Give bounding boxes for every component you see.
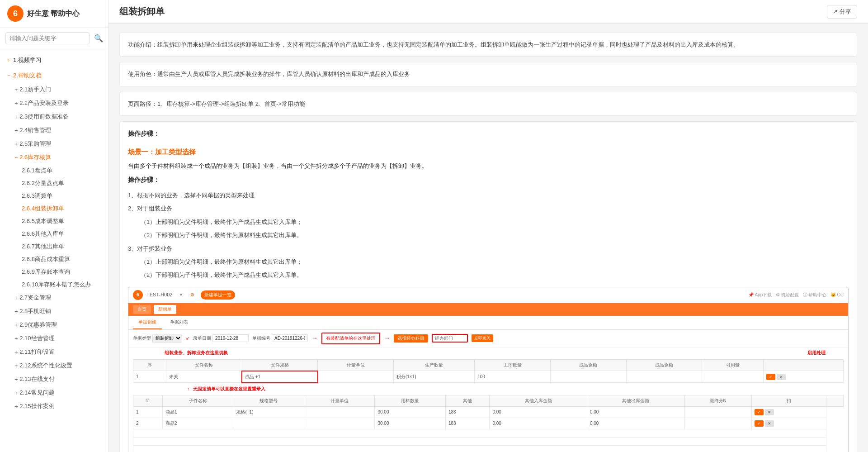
mock-table1-col3: 父件规格 <box>242 359 318 371</box>
mock-header-id: TEST-H002 <box>146 290 172 300</box>
table-row <box>133 429 844 437</box>
mock-row-btn[interactable]: ✓ <box>766 374 775 380</box>
nav-item-2-6-10[interactable]: 2.6.10库存账本错了怎么办 <box>0 278 108 291</box>
mock-table2-container: ☑ 子件名称 规格型号 计量单位 用料数量 其他 其他入库金额 其他出库金额 最… <box>128 394 848 452</box>
nav-item-2-14[interactable]: + 2.14常见问题 <box>0 386 108 400</box>
mock-nav-home[interactable]: 自页 <box>133 305 151 314</box>
mock-table1: 序 父件名称 父件规格 计量单位 生产数量 工序数量 成品金额 成品金额 可用量 <box>133 359 844 383</box>
nav-item-2-6-5[interactable]: 2.6.5成本调整单 <box>0 215 108 228</box>
ops-block: 操作步骤： 场景一：加工类型选择 当由多个子件材料组装成一个成品的业务为【组装】… <box>119 121 857 452</box>
mock-logo-icon: 6 <box>133 290 143 300</box>
nav-item-2-10[interactable]: + 2.10经营管理 <box>0 332 108 345</box>
search-input[interactable] <box>5 32 90 44</box>
mock-tab-row: 单据创建 单据列表 <box>128 316 848 330</box>
mock-table1-col8: 成品金额 <box>626 359 702 371</box>
step2-1: （1）上部明细为父件明细，最终作为产成品生成其它入库单； <box>128 217 849 227</box>
mock-save-btn[interactable]: 立即发关 <box>472 334 493 342</box>
nav-item-2-3[interactable]: + 2.3使用前数据准备 <box>0 110 108 124</box>
nav-item-2-12[interactable]: + 2.12系统个性化设置 <box>0 359 108 372</box>
mock-num-input[interactable] <box>272 334 308 342</box>
mock-select-btn[interactable]: 选择经办科目 <box>394 334 428 343</box>
nav-item-2-6-4[interactable]: 2.6.4组装拆卸单 <box>0 202 108 215</box>
nav-section-video: + 1.视频学习 <box>0 53 108 67</box>
mock-table2-col3: 计量单位 <box>304 395 375 406</box>
mock-row2-btn[interactable]: ✓ <box>755 409 764 415</box>
mock-row2-del-btn[interactable]: ✕ <box>765 409 774 415</box>
share-button[interactable]: ↗ 分享 <box>827 5 857 19</box>
mock-field-type: 单据类型 组装拆卸 <box>133 334 182 343</box>
screenshot-inner: 6 TEST-H002 ▼ ⚙ 新建单据一览 📌 App下载 ⚙ 初始配置 ⓘ … <box>128 287 848 452</box>
step2-2: （2）下部明细为子件明细，最终作为原材料生成其它出库单。 <box>128 230 849 240</box>
mock-table2-col10 <box>826 395 843 406</box>
step3-1: （1）上部明细为父件明细，最终作为原材料生成其它出库单； <box>128 257 849 267</box>
page-title: 组装拆卸单 <box>119 5 165 18</box>
nav-item-2-9[interactable]: + 2.9优惠券管理 <box>0 318 108 332</box>
intro-block: 功能介绍：组装拆卸单用来处理企业组装或拆卸等加工业务，支持有固定装配清单的产品加… <box>119 33 857 57</box>
nav-item-2-13[interactable]: + 2.13在线支付 <box>0 372 108 386</box>
nav-item-2-6-8[interactable]: 2.6.8商品成本重算 <box>0 253 108 266</box>
ops-title: 操作步骤： <box>128 128 849 139</box>
nav-section-docs: − 2.帮助文档 + 2.1新手入门 + 2.2产品安装及登录 + 2.3使用前… <box>0 68 108 413</box>
nav-item-2-5[interactable]: + 2.5采购管理 <box>0 137 108 151</box>
minus-icon: − <box>7 72 10 79</box>
table-row <box>133 437 844 445</box>
mock-arrow4: ↑ <box>187 385 189 393</box>
sidebar: 6 好生意 帮助中心 🔍 + 1.视频学习 − 2.帮助文档 + 2.1新手入门 <box>0 0 108 452</box>
search-area: 🔍 <box>0 28 108 49</box>
mock-dept-input[interactable] <box>432 334 468 343</box>
mock-app-header: 6 TEST-H002 ▼ ⚙ 新建单据一览 📌 App下载 ⚙ 初始配置 ⓘ … <box>128 287 848 303</box>
scenario1-desc: 当由多个子件材料组装成一个成品的业务为【组装】业务，当由一个父件拆分成多个子产品… <box>128 161 849 171</box>
nav-item-2-4[interactable]: + 2.4销售管理 <box>0 124 108 137</box>
mock-table2-col8: 最终分N <box>684 395 751 406</box>
nav-item-2-6-1[interactable]: 2.6.1盘点单 <box>0 164 108 177</box>
mock-row-del-btn[interactable]: ✕ <box>777 374 786 380</box>
mock-arrow2: → <box>311 333 318 344</box>
mock-field-dept <box>432 334 468 343</box>
plus-icon: + <box>7 57 10 63</box>
mock-type-select[interactable]: 组装拆卸 <box>152 334 182 343</box>
nav-item-2-7[interactable]: + 2.7资金管理 <box>0 291 108 305</box>
mock-nav-new[interactable]: 新增单 <box>154 305 176 314</box>
mock-highlighted-cell: 成品 +1 <box>242 371 318 383</box>
mock-table1-col10 <box>764 359 844 371</box>
nav-item-2-8[interactable]: + 2.8手机旺铺 <box>0 305 108 318</box>
table-row: 2 商品2 30.00 183 0.00 0.00 <box>133 418 844 429</box>
mock-table2-check: ☑ <box>133 395 163 406</box>
nav-item-2-1[interactable]: + 2.1新手入门 <box>0 83 108 96</box>
mock-tab-list[interactable]: 单据列表 <box>165 316 193 329</box>
mock-arrow1: ↙ <box>186 334 189 343</box>
step1: 1、根据不同的业务，选择不同单据的类型来处理 <box>128 190 849 200</box>
nav-item-2-2[interactable]: + 2.2产品安装及登录 <box>0 96 108 110</box>
nav-item-2-11[interactable]: + 2.11打印设置 <box>0 345 108 359</box>
mock-date-input[interactable] <box>212 334 249 342</box>
nav-item-2-6-9[interactable]: 2.6.9库存账本查询 <box>0 266 108 278</box>
table-row: 1 未关 成品 +1 积分(1×1) 100 <box>133 371 844 383</box>
nav-item-2-15[interactable]: + 2.15操作案例 <box>0 400 108 413</box>
mock-table2: ☑ 子件名称 规格型号 计量单位 用料数量 其他 其他入库金额 其他出库金额 最… <box>133 395 844 452</box>
mock-table1-col4: 计量单位 <box>318 359 394 371</box>
table-row <box>133 445 844 452</box>
mock-annotation2: 组装业务、拆卸业务在这里切换 <box>165 349 228 357</box>
share-icon: ↗ <box>833 8 838 15</box>
step3-2: （2）下部明细为子件明细，最终作为产成品生成其它入库单。 <box>128 270 849 280</box>
mock-table1-col6: 工序数量 <box>475 359 551 371</box>
nav-item-2-6-6[interactable]: 2.6.6其他入库单 <box>0 228 108 240</box>
mock-annotation-row: 组装业务、拆卸业务在这里切换 启用处理 <box>128 347 848 358</box>
ops-steps-title: 操作步骤： <box>128 174 849 186</box>
nav-item-docs[interactable]: − 2.帮助文档 <box>0 68 108 83</box>
mock-tab-create[interactable]: 单据创建 <box>133 316 162 329</box>
search-button[interactable]: 🔍 <box>92 33 105 43</box>
mock-row3-btn[interactable]: ✓ <box>755 420 764 427</box>
nav-item-2-6-7[interactable]: 2.6.7其他出库单 <box>0 240 108 253</box>
mock-annotation3: 启用处理 <box>807 349 826 357</box>
nav-item-2-6-2[interactable]: 2.6.2分量盘点单 <box>0 177 108 190</box>
table-row: 1 商品1 规格(+1) 30.00 183 0.00 0.00 <box>133 406 844 418</box>
mock-annotation4: 无固定清单可以直接在这里置重录入 <box>193 385 265 393</box>
mock-field-num: 单据编号 <box>252 334 308 343</box>
mock-row3-del-btn[interactable]: ✕ <box>765 420 774 427</box>
nav-item-2-6-3[interactable]: 2.6.3调拨单 <box>0 190 108 202</box>
nav-item-2-6[interactable]: − 2.6库存核算 <box>0 151 108 164</box>
nav-item-video[interactable]: + 1.视频学习 <box>0 53 108 67</box>
path-block: 页面路径：1、库存核算->库存管理->组装拆卸单 2、首页->常用功能 <box>119 92 857 116</box>
logo-area: 6 好生意 帮助中心 <box>0 0 108 28</box>
